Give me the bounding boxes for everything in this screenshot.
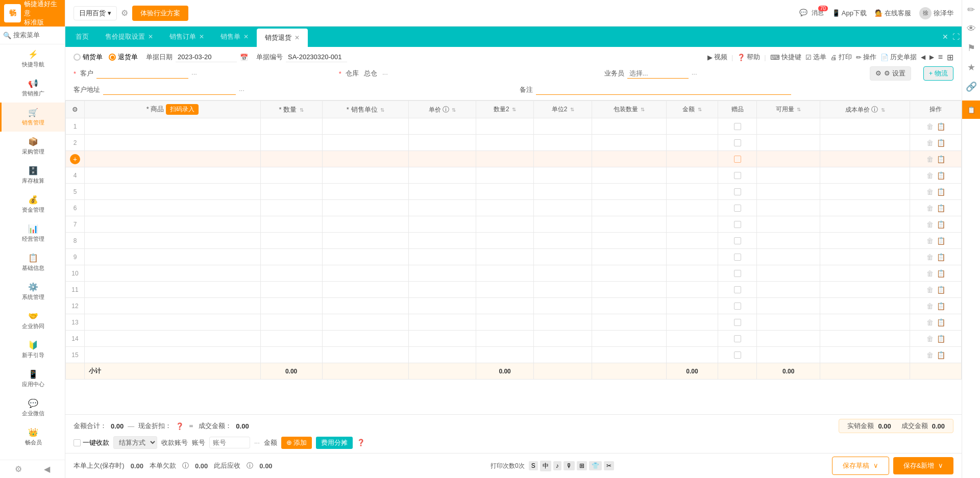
sidebar-item-system[interactable]: ⚙️ 系统管理 [0,277,65,306]
staff-picker-icon[interactable]: ··· [692,70,697,78]
sidebar-item-finance[interactable]: 💰 资金管理 [0,190,65,219]
unit-sort-icon[interactable]: ⇅ [380,107,384,113]
available-cell-2[interactable] [757,135,820,151]
gift-checkbox[interactable] [734,303,741,310]
copy-row-icon[interactable]: 📋 [937,318,945,326]
right-panel-flag-icon[interactable]: ⚑ [967,42,975,54]
delete-row-icon[interactable]: 🗑 [926,122,934,131]
sidebar-item-guide[interactable]: 🔰 新手引导 [0,335,65,364]
grid-view-icon[interactable]: ⊞ [947,53,953,62]
save-draft-arrow-icon[interactable]: ∨ [873,462,878,469]
gift-checkbox[interactable] [734,237,741,244]
tool-icon-7[interactable]: ✂ [604,461,614,470]
tab-close-active-icon[interactable]: ✕ [295,34,300,41]
copy-row-icon[interactable]: 📋 [937,220,945,229]
qty2-sort-icon[interactable]: ⇅ [512,107,516,112]
delete-row-icon[interactable]: 🗑 [926,269,934,278]
copy-row-icon[interactable]: 📋 [937,351,945,359]
product-cell-1[interactable] [85,118,261,135]
toolbar-operate[interactable]: ✏ 操作 [856,53,876,62]
sidebar-item-operations[interactable]: 📊 经营管理 [0,219,65,248]
pkgqty-cell-1[interactable] [592,118,667,135]
toolbar-history[interactable]: 📄 历史单据 [880,53,917,62]
message-btn[interactable]: 💬 70 消息 [799,9,824,17]
product-cell-2[interactable] [85,135,261,151]
copy-row-icon[interactable]: 📋 [937,302,945,310]
gift-checkbox-2[interactable] [734,139,741,146]
right-panel-edit-icon[interactable]: ✏ [967,4,975,15]
qty-cell-3[interactable] [260,151,322,167]
delete-row-icon[interactable]: 🗑 [926,220,934,229]
cost-cell-1[interactable] [820,118,910,135]
tab-close-icon[interactable]: ✕ [199,33,204,40]
right-panel-active-icon[interactable]: 📋 [962,100,981,119]
gift-checkbox[interactable] [734,335,741,342]
staff-input[interactable] [627,68,689,79]
sidebar-item-member[interactable]: 👑 畅会员 [0,422,65,451]
toolbar-print[interactable]: 🖨 打印 [830,53,852,62]
tool-icon-4[interactable]: 🎙 [564,461,575,470]
address-picker-icon[interactable]: ··· [239,86,244,94]
save-draft-button[interactable]: 保存草稿 ∨ [832,457,889,475]
delete-row-icon[interactable]: 🗑 [926,335,934,343]
sidebar-item-wechat[interactable]: 💬 企业微信 [0,393,65,422]
date-input[interactable]: 2023-03-20 [176,52,237,62]
note-input[interactable] [536,85,791,95]
delete-row-icon[interactable]: 🗑 [926,286,934,294]
toolbar-help[interactable]: ❓ 帮助 [737,53,760,62]
calc-method-select[interactable]: 结算方式 [113,436,157,449]
copy-row-icon[interactable]: 📋 [937,122,945,131]
add-expense-button[interactable]: ⊕ 添加 [281,437,312,449]
price-cell-1[interactable] [409,118,476,135]
price-cell-3[interactable] [409,151,476,167]
list-view-icon[interactable]: ≡ [938,53,943,62]
unit2-sort-icon[interactable]: ⇅ [570,107,574,112]
topbar-gear-icon[interactable]: ⚙ [121,8,128,18]
tab-close-icon[interactable]: ✕ [243,33,249,40]
pkgqty-sort-icon[interactable]: ⇅ [641,107,645,112]
right-panel-eye-icon[interactable]: 👁 [967,23,976,34]
gift-checkbox-1[interactable] [734,123,741,130]
product-cell-3[interactable] [85,151,261,167]
cost-sort-icon[interactable]: ⇅ [881,107,885,113]
save-new-button[interactable]: 保存&新增 ∨ [893,457,953,474]
gift-checkbox[interactable] [734,254,741,261]
qty-cell-2[interactable] [260,135,322,151]
copy-row-icon[interactable]: 📋 [937,286,945,294]
amount-cell-2[interactable] [666,135,718,151]
tool-icon-6[interactable]: 👕 [589,461,602,470]
delete-row-icon[interactable]: 🗑 [926,253,934,261]
sougou-icon[interactable]: S [529,461,538,470]
radio-return[interactable]: 退货单 [109,53,138,62]
right-panel-star-icon[interactable]: ★ [967,62,975,73]
unit2-cell-3[interactable] [534,151,592,167]
unit-cell-3[interactable] [322,151,409,167]
tab-price-settings[interactable]: 售价提取设置 ✕ [97,27,161,47]
customer-input[interactable] [96,68,188,79]
product-input-3[interactable] [89,155,256,163]
tab-sales-order[interactable]: 销售订单 ✕ [161,27,212,47]
unit2-cell-2[interactable] [534,135,592,151]
online-service-btn[interactable]: 💁 在线客服 [875,9,911,18]
qty2-cell-3[interactable] [476,151,534,167]
close-all-tabs-icon[interactable]: ✕ [942,33,948,41]
sidebar-item-app[interactable]: 📱 应用中心 [0,364,65,393]
toolbar-shortcuts[interactable]: ⌨ 快捷键 [770,53,801,62]
right-panel-link-icon[interactable]: 🔗 [966,81,977,92]
copy-row-icon[interactable]: 📋 [937,204,945,212]
delete-row-icon[interactable]: 🗑 [926,139,934,147]
amount-sort-icon[interactable]: ⇅ [698,107,702,112]
cost-cell-2[interactable] [820,135,910,151]
split-button[interactable]: 费用分摊 [316,437,353,449]
add-row-button[interactable]: + [70,154,80,164]
gift-checkbox[interactable] [734,205,741,212]
tab-sales[interactable]: 销售单 ✕ [212,27,257,47]
delete-row-icon[interactable]: 🗑 [926,171,934,180]
gift-checkbox[interactable] [734,221,741,228]
delete-row-icon[interactable]: 🗑 [926,302,934,310]
copy-row-icon[interactable]: 📋 [937,335,945,343]
account-input[interactable] [209,437,250,448]
settings-bottom-icon[interactable]: ⚙ [15,464,22,474]
gift-checkbox-3[interactable] [734,156,741,163]
available-cell-3[interactable] [757,151,820,167]
